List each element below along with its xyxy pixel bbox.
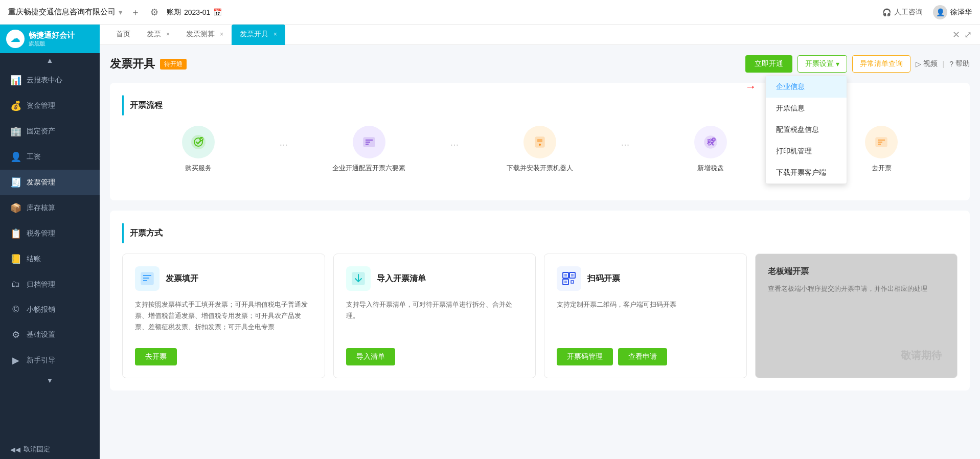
- tab-invoice-calc[interactable]: 发票测算 ×: [178, 25, 232, 45]
- tab-invoice-issue-close[interactable]: ×: [274, 31, 277, 38]
- video-icon: ▷: [916, 60, 921, 68]
- fill-invoice-desc: 支持按照发票样式手工填开发票；可开具增值税电子普通发票、增值税普通发票、增值税专…: [135, 299, 312, 340]
- flow-step-1-label: 购买服务: [185, 164, 212, 173]
- period-value: 2023-01: [184, 8, 210, 16]
- boss-card-desc: 查看老板端小程序提交的开票申请，并作出相应的处理: [768, 283, 945, 294]
- calendar-icon[interactable]: 📅: [213, 8, 222, 16]
- top-bar-right: 🎧 人工咨询 👤 徐泽华: [882, 5, 972, 19]
- add-tab-button[interactable]: ＋: [129, 4, 142, 20]
- flow-step-4-label: 新增税盘: [697, 164, 724, 173]
- archive-icon: 🗂: [10, 279, 21, 290]
- top-bar: 重庆畅捷交通信息咨询有限公司 ▾ ＋ ⚙ 账期 2023-01 📅 🎧 人工咨询…: [0, 0, 980, 25]
- qr-view-button[interactable]: 查看申请: [618, 348, 667, 365]
- user-menu[interactable]: 👤 徐泽华: [933, 5, 972, 19]
- flow-step-5-label: 去开票: [872, 164, 892, 173]
- base-settings-icon: ⚙: [10, 329, 21, 340]
- flow-step-2-label: 企业开通配置开票六要素: [332, 164, 405, 173]
- flow-step-3-label: 下载并安装开票机器人: [507, 164, 573, 173]
- sidebar-item-gudingzichan[interactable]: 🏢 固定资产: [0, 119, 100, 144]
- flow-arrow-3: ···: [621, 139, 630, 160]
- method-card-qr-header: 扫码开票: [557, 266, 734, 291]
- tab-invoice-issue-label: 发票开具: [240, 30, 268, 39]
- sidebar-item-fapiao[interactable]: 🧾 发票管理: [0, 170, 100, 195]
- coming-soon-overlay: 敬请期待: [901, 349, 942, 362]
- tab-home-label: 首页: [116, 30, 130, 39]
- sidebar-item-xinshou[interactable]: ▶ 新手引导: [0, 348, 100, 373]
- settings-icon[interactable]: ⚙: [148, 5, 161, 20]
- qr-manage-button[interactable]: 开票码管理: [557, 348, 613, 365]
- method-cards: 发票填开 支持按照发票样式手工填开发票；可开具增值税电子普通发票、增值税普通发票…: [122, 254, 958, 378]
- header-actions: 立即开通 开票设置 ▾ 企业信息: [745, 55, 970, 73]
- invoice-settings-button[interactable]: 开票设置 ▾: [797, 55, 847, 73]
- sidebar-scroll-down[interactable]: ▼: [0, 373, 100, 387]
- boss-card-title: 老板端开票: [768, 266, 945, 277]
- dropdown-item-download-client[interactable]: 下载开票客户端: [766, 162, 847, 183]
- sidebar-item-zijin[interactable]: 💰 资金管理: [0, 93, 100, 119]
- activate-button[interactable]: 立即开通: [745, 55, 792, 73]
- svg-rect-26: [571, 274, 574, 277]
- sidebar-item-jichushezhi[interactable]: ⚙ 基础设置: [0, 322, 100, 348]
- dropdown-item-taxdisk[interactable]: 配置税盘信息: [766, 119, 847, 141]
- sidebar-item-kucun[interactable]: 📦 库存核算: [0, 195, 100, 221]
- flow-arrow-1: ···: [279, 139, 288, 160]
- settle-icon: 📒: [10, 254, 21, 265]
- guide-icon: ▶: [10, 355, 21, 366]
- cancel-fixed-button[interactable]: ◀◀ 取消固定: [0, 440, 100, 459]
- help-button[interactable]: ? 帮助: [949, 59, 970, 68]
- dropdown-item-invoice-info[interactable]: 开票信息: [766, 98, 847, 119]
- tab-bar: 首页 发票 × 发票测算 × 发票开具 × ✕ ⤢: [100, 25, 980, 45]
- flow-step-4: 税+ 新增税盘: [634, 126, 786, 173]
- tab-invoice-close[interactable]: ×: [166, 31, 170, 38]
- sidebar-logo[interactable]: ☁ 畅捷通好会计 旗舰版: [0, 25, 100, 53]
- sidebar: ☁ 畅捷通好会计 旗舰版 ▲ 📊 云报表中心 💰 资金管理 🏢 固定资产: [0, 25, 100, 459]
- sidebar-item-gongzi[interactable]: 👤 工资: [0, 144, 100, 170]
- methods-section-divider: [122, 223, 124, 243]
- sidebar-item-yunbiaobiao[interactable]: 📊 云报表中心: [0, 67, 100, 93]
- tab-invoice[interactable]: 发票 ×: [139, 25, 178, 45]
- method-card-import-header: 导入开票清单: [346, 266, 523, 291]
- period-label: 账期: [167, 8, 181, 17]
- page-title: 发票开具: [110, 56, 155, 72]
- qr-buttons: 开票码管理 查看申请: [557, 348, 734, 365]
- sidebar-item-guidang[interactable]: 🗂 归档管理: [0, 272, 100, 297]
- tab-invoice-issue[interactable]: 发票开具 ×: [232, 25, 285, 45]
- flow-step-1: 购买服务: [122, 126, 274, 173]
- sidebar-item-jiezhang[interactable]: 📒 结账: [0, 246, 100, 272]
- company-selector[interactable]: 重庆畅捷交通信息咨询有限公司 ▾: [8, 7, 123, 17]
- import-invoice-desc: 支持导入待开票清单，可对待开票清单进行拆分、合并处理。: [346, 299, 523, 340]
- sidebar-item-xiaochang[interactable]: © 小畅报销: [0, 297, 100, 322]
- company-dropdown-icon: ▾: [119, 8, 123, 17]
- method-card-import: 导入开票清单 支持导入待开票清单，可对待开票清单进行拆分、合并处理。 导入清单: [333, 254, 536, 378]
- sidebar-scroll-up[interactable]: ▲: [0, 53, 100, 67]
- section-divider: [122, 95, 124, 116]
- service-label: 人工咨询: [894, 8, 923, 17]
- report-icon: ©: [10, 304, 21, 315]
- svg-rect-17: [141, 272, 153, 285]
- tab-close-window[interactable]: ✕: [952, 29, 960, 40]
- sidebar-item-shuiwu[interactable]: 📋 税务管理: [0, 221, 100, 246]
- logo-icon: ☁: [6, 30, 25, 48]
- svg-point-0: [191, 135, 206, 149]
- settings-chevron-icon: ▾: [836, 60, 839, 68]
- dropdown-item-printer[interactable]: 打印机管理: [766, 141, 847, 162]
- video-button[interactable]: ▷ 视频: [916, 59, 938, 68]
- avatar: 👤: [933, 5, 947, 19]
- period-info: 账期 2023-01 📅: [167, 8, 222, 17]
- tab-invoice-calc-close[interactable]: ×: [220, 31, 223, 38]
- settings-dropdown-menu: 企业信息 开票信息 配置税盘信息 打印机管理: [765, 76, 847, 184]
- dropdown-item-enterprise[interactable]: 企业信息: [766, 76, 847, 98]
- tab-home[interactable]: 首页: [108, 25, 139, 45]
- svg-rect-28: [571, 281, 574, 283]
- methods-section-title: 开票方式: [130, 228, 163, 239]
- tab-maximize[interactable]: ⤢: [964, 29, 972, 40]
- fill-invoice-button[interactable]: 去开票: [135, 348, 177, 365]
- service-button[interactable]: 🎧 人工咨询: [882, 8, 923, 17]
- import-invoice-button[interactable]: 导入清单: [346, 348, 395, 365]
- inventory-icon: 📦: [10, 202, 21, 214]
- flow-step-1-icon: [182, 126, 215, 158]
- logo-text: 畅捷通好会计: [29, 30, 75, 40]
- help-icon: ?: [949, 60, 953, 68]
- tab-invoice-calc-label: 发票测算: [186, 30, 215, 39]
- tax-icon: 📋: [10, 228, 21, 239]
- exception-list-button[interactable]: 异常清单查询: [852, 55, 910, 73]
